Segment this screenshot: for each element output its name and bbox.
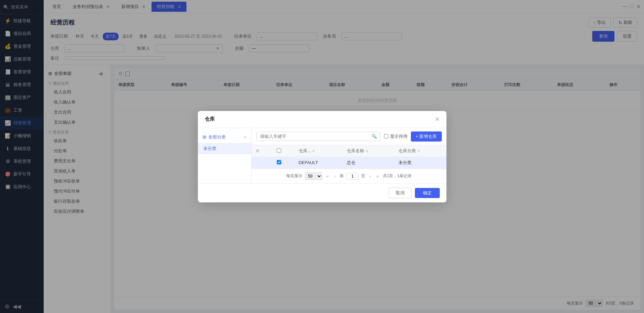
cancel-button[interactable]: 取消 — [389, 188, 412, 198]
modal-footer: 取消 确定 — [198, 183, 446, 202]
modal-col-check — [273, 145, 295, 157]
warehouse-modal: 仓库 ✕ ⊞ 全部分类 « 未分类 🔍 — [198, 111, 446, 202]
modal-per-page-select[interactable]: 50 100 — [305, 172, 322, 180]
modal-first-page[interactable]: « — [325, 173, 330, 180]
modal-title: 仓库 — [205, 116, 215, 122]
modal-body: ⊞ 全部分类 « 未分类 🔍 显示停用 + 新增仓库 — [198, 128, 446, 183]
modal-per-page-label: 每页显示 — [286, 173, 302, 179]
modal-col-code: 仓库... ⇅ — [295, 145, 343, 157]
modal-header: 仓库 ✕ — [198, 111, 446, 128]
modal-search-icon: 🔍 — [372, 134, 377, 139]
modal-table: ⚙仓库... ⇅仓库名称 ⇅仓库分类 ⇅ DEFAULT 总仓 未分类 — [252, 145, 446, 169]
show-disabled-checkbox[interactable] — [384, 134, 388, 139]
modal-sidebar-item-未分类[interactable]: 未分类 — [198, 143, 251, 154]
modal-table-row[interactable]: DEFAULT 总仓 未分类 — [252, 157, 446, 168]
modal-select-all[interactable] — [277, 148, 281, 153]
modal-last-page[interactable]: » — [375, 173, 380, 180]
modal-col-settings: ⚙ — [252, 145, 273, 157]
modal-page-input[interactable] — [346, 173, 358, 180]
show-disabled-label[interactable]: 显示停用 — [384, 133, 407, 140]
modal-overlay: 仓库 ✕ ⊞ 全部分类 « 未分类 🔍 — [0, 0, 644, 313]
modal-page-suffix: 页 — [361, 173, 365, 179]
modal-table-wrapper: ⚙仓库... ⇅仓库名称 ⇅仓库分类 ⇅ DEFAULT 总仓 未分类 — [252, 145, 446, 169]
modal-main: 🔍 显示停用 + 新增仓库 ⚙仓库... ⇅仓库名称 ⇅仓库分类 ⇅ — [252, 128, 446, 183]
modal-pagination: 每页显示 50 100 « ‹ 第 页 › » 共1页，1条记录 — [252, 169, 446, 183]
modal-col-name: 仓库名称 ⇅ — [343, 145, 394, 157]
modal-close-btn[interactable]: ✕ — [435, 116, 440, 123]
modal-all-category[interactable]: ⊞ 全部分类 « — [198, 131, 251, 143]
modal-page-prefix: 第 — [340, 173, 344, 179]
modal-next-page[interactable]: › — [368, 173, 372, 180]
modal-total: 共1页，1条记录 — [383, 173, 412, 179]
modal-search-input[interactable] — [260, 134, 370, 139]
row-checkbox-1[interactable] — [277, 160, 281, 164]
modal-prev-page[interactable]: ‹ — [333, 173, 337, 180]
modal-gear-icon[interactable]: ⚙ — [256, 148, 260, 153]
modal-search-box[interactable]: 🔍 — [256, 132, 381, 141]
modal-toolbar: 🔍 显示停用 + 新增仓库 — [252, 128, 446, 145]
modal-collapse-icon[interactable]: « — [244, 135, 247, 140]
add-warehouse-button[interactable]: + 新增仓库 — [411, 131, 441, 142]
modal-col-category: 仓库分类 ⇅ — [394, 145, 446, 157]
confirm-button[interactable]: 确定 — [415, 188, 440, 198]
modal-sidebar: ⊞ 全部分类 « 未分类 — [198, 128, 252, 183]
